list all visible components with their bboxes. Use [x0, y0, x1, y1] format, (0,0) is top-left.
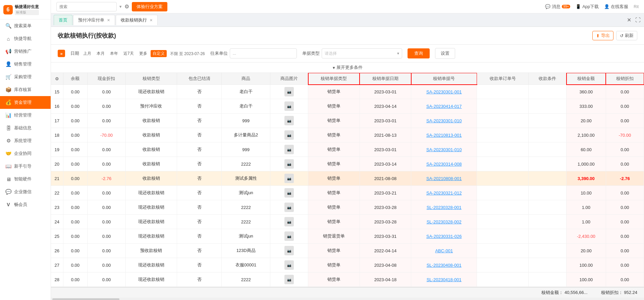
- tab-home[interactable]: 首页: [54, 15, 72, 25]
- td-receipt-order: [477, 258, 529, 272]
- table-row[interactable]: 23 0.00 0.00 现还收款核销 否 2222 📷 销货单 2023-03…: [51, 200, 644, 215]
- td-cancel-type: 现还收款核销: [125, 272, 177, 287]
- sidebar-item-purchase[interactable]: 🛒 采购管理: [0, 71, 51, 83]
- this-month-btn[interactable]: 本月: [95, 50, 107, 57]
- service-label: 在线客服: [611, 4, 628, 10]
- table-row[interactable]: 24 0.00 0.00 现还收款核销 否 2222 📷 销货单 2023-03…: [51, 215, 644, 229]
- sidebar-item-finance[interactable]: 💰 资金管理: [0, 96, 51, 109]
- td-cash-discount: -70.00: [88, 128, 125, 142]
- filter-toggle-button[interactable]: »: [58, 50, 65, 57]
- td-bill-no[interactable]: SA-20210808-001: [411, 171, 477, 186]
- sidebar-item-inventory[interactable]: 📦 库存核算: [0, 83, 51, 96]
- expand-more-button[interactable]: ▾ 展开更多条件: [333, 65, 363, 71]
- table-row[interactable]: 16 0.00 0.00 预付冲应收 否 老白干 📷 销货单 2023-04-1…: [51, 99, 644, 114]
- td-bill-no[interactable]: SL-20230418-001: [411, 272, 477, 287]
- th-include-settled: 包含已结清: [177, 73, 222, 85]
- td-bill-no[interactable]: ABC-001: [411, 244, 477, 258]
- table-row[interactable]: 22 0.00 0.00 现还收款核销 否 测试jun 📷 销货单 2023-0…: [51, 186, 644, 200]
- source-select[interactable]: ...: [230, 48, 297, 58]
- th-settings[interactable]: ⚙: [51, 73, 63, 85]
- message-button[interactable]: 💬 消息 99+: [545, 4, 570, 10]
- table-row[interactable]: 21 0.00 -2.76 收款核销 否 测试多属性 📷 销货单 2021-08…: [51, 171, 644, 186]
- td-receipt-order: [477, 85, 529, 99]
- th-receipt-condition: 收款条件: [528, 73, 566, 85]
- settings-button[interactable]: 设置: [435, 48, 455, 59]
- query-button[interactable]: 查询: [408, 48, 430, 58]
- sidebar-item-label: 基础信息: [14, 125, 32, 131]
- sidebar-item-operations[interactable]: 📊 经营管理: [0, 109, 51, 122]
- td-bill-no[interactable]: SL-20230328-002: [411, 215, 477, 229]
- sidebar-item-hardware[interactable]: 🖥 智能硬件: [0, 173, 51, 185]
- table-row[interactable]: 25 0.00 0.00 现还收款核销 否 测试jun 📷 销货退货单 2023…: [51, 229, 644, 244]
- sidebar-item-base[interactable]: 🗄 基础信息: [0, 122, 51, 134]
- app-download-button[interactable]: 📱 App下载: [576, 4, 599, 10]
- td-include-settled: 否: [177, 142, 222, 157]
- inventory-icon: 📦: [5, 87, 11, 93]
- sidebar-item-corp[interactable]: 🤝 企业协同: [0, 147, 51, 160]
- td-cash-discount: 0.00: [88, 142, 125, 157]
- td-no: 27: [51, 258, 63, 272]
- sidebar-item-quick[interactable]: ⌂ 快捷导航: [0, 32, 51, 45]
- td-bill-no[interactable]: SL-20230408-001: [411, 258, 477, 272]
- sidebar-item-sales[interactable]: 👤 销售管理: [0, 58, 51, 71]
- td-bill-no[interactable]: SA-20230301-010: [411, 142, 477, 157]
- page-header-actions: ⬆ 导出 ↺ 刷新: [592, 31, 637, 40]
- table-row[interactable]: 18 0.00 -70.00 收款核销 否 多计量商品2 📷 销货单 2021-…: [51, 128, 644, 142]
- more-btn[interactable]: 更多: [137, 50, 149, 57]
- td-bill-no[interactable]: SA-20230314-008: [411, 157, 477, 171]
- export-button[interactable]: ⬆ 导出: [592, 31, 613, 40]
- td-bill-no[interactable]: SA-20230414-017: [411, 99, 477, 114]
- horizontal-scrollbar[interactable]: [51, 298, 644, 300]
- this-year-btn[interactable]: 本年: [108, 50, 120, 57]
- service-button[interactable]: 👤 在线客服: [604, 4, 628, 10]
- td-bill-no[interactable]: SA-20230301-010: [411, 114, 477, 128]
- td-product: 2222: [222, 272, 270, 287]
- td-cash-discount: 0.00: [88, 215, 125, 229]
- filter-bar: » 日期 上月 本月 本年 近7天 更多 自定义 不限 至 2023-07-26…: [51, 45, 644, 62]
- td-cancel-amount: 1.00: [567, 200, 606, 215]
- close-tab-button[interactable]: ✕: [626, 16, 632, 24]
- tab-close-icon[interactable]: ✕: [107, 18, 110, 23]
- td-receipt-order: [477, 272, 529, 287]
- table-row[interactable]: 27 0.00 0.00 现还收款核销 否 衣服00001 📷 销货单 2023…: [51, 258, 644, 272]
- td-receipt-condition: [528, 215, 566, 229]
- tab-close-icon[interactable]: ✕: [150, 18, 153, 23]
- td-product: 999: [222, 114, 270, 128]
- dropdown-arrow-icon[interactable]: ▾: [119, 4, 122, 9]
- sidebar-item-wechat[interactable]: 💬 企业微信: [0, 185, 51, 198]
- last-month-btn[interactable]: 上月: [81, 50, 93, 57]
- sidebar-item-label: 企业微信: [14, 189, 32, 195]
- table-row[interactable]: 19 0.00 0.00 收款核销 否 999 📷 销货单 2023-03-01…: [51, 142, 644, 157]
- td-balance: 0.00: [63, 114, 88, 128]
- td-bill-no[interactable]: SA-20230321-012: [411, 186, 477, 200]
- table-row[interactable]: 26 0.00 0.00 预收款核销 否 123D商品 📷 销货单 2022-0…: [51, 244, 644, 258]
- td-bill-no[interactable]: SA-20230331-026: [411, 229, 477, 244]
- table-row[interactable]: 17 0.00 0.00 收款核销 否 999 📷 销货单 2023-03-01…: [51, 114, 644, 128]
- table-row[interactable]: 15 0.00 0.00 现还收款核销 否 老白干 📷 销货单 2023-03-…: [51, 85, 644, 99]
- bill-type-select[interactable]: 请选择 ▾: [322, 48, 402, 58]
- table-header-row: ⚙ 余额 现金折扣 核销类型 包含已结清 商品 商品图片 核销单据类型 核销单据…: [51, 73, 644, 85]
- refresh-button[interactable]: ↺ 刷新: [616, 31, 637, 40]
- tab-prepay[interactable]: 预付冲应付单 ✕: [73, 15, 115, 25]
- table-row[interactable]: 20 0.00 0.00 收款核销 否 2222 📷 销货单 2023-03-1…: [51, 157, 644, 171]
- trial-button[interactable]: 体验行业方案: [132, 2, 167, 11]
- tab-receipt[interactable]: 收款核销执行 ✕: [116, 15, 158, 25]
- search-input[interactable]: [56, 2, 117, 11]
- last-7days-btn[interactable]: 近7天: [121, 50, 136, 57]
- table-row[interactable]: 28 0.00 0.00 现还收款核销 否 2222 📷 销货单 2023-04…: [51, 272, 644, 287]
- custom-btn[interactable]: 自定义: [151, 50, 167, 57]
- td-bill-no[interactable]: SL-20230328-001: [411, 200, 477, 215]
- td-include-settled: 否: [177, 258, 222, 272]
- maximize-button[interactable]: ⛶: [635, 16, 641, 24]
- sidebar-item-system[interactable]: ⚙ 系统管理: [0, 134, 51, 147]
- scrollbar-thumb[interactable]: [52, 298, 119, 300]
- td-cash-discount: 0.00: [88, 229, 125, 244]
- td-bill-no[interactable]: SA-20230301-001: [411, 85, 477, 99]
- gear-icon[interactable]: ⚙: [124, 3, 129, 10]
- sidebar-item-search[interactable]: 🔍 搜索菜单: [0, 19, 51, 32]
- sidebar-item-guide[interactable]: 📖 新手引导: [0, 160, 51, 173]
- user-name: Rit: [634, 4, 639, 9]
- sidebar-item-marketing[interactable]: 📢 营销推广: [0, 45, 51, 58]
- td-bill-no[interactable]: SA-20210813-001: [411, 128, 477, 142]
- sidebar-item-member[interactable]: V 畅会员: [0, 198, 51, 211]
